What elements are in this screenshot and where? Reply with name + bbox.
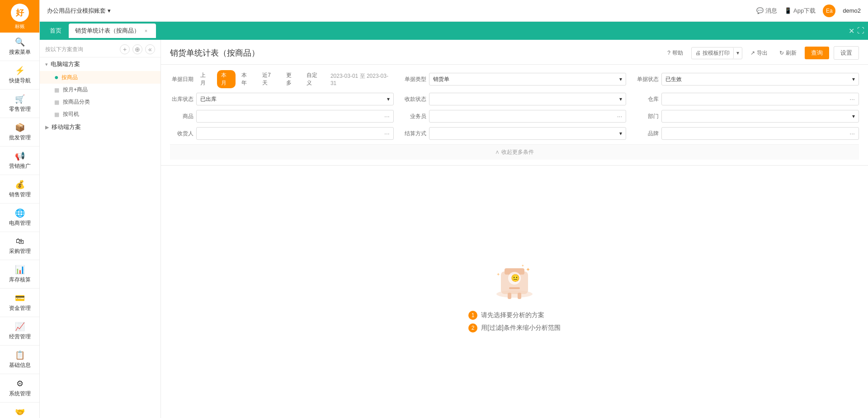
tree-group-mobile[interactable]: ▶ 移动端方案 [40,120,160,134]
page-title: 销货单统计表（按商品） [170,48,259,58]
user-name[interactable]: demo2 [843,7,861,14]
brand-dots-icon: ··· [849,130,855,137]
tree-sub-icon-1: ▦ [54,87,59,93]
collapse-bar[interactable]: ∧ 收起更多条件 [170,144,859,160]
empty-state: 😐 ✦ ✦ ✦ 1 请先选择要分析的方案 [161,166,868,418]
date-this-year-button[interactable]: 本年 [237,70,256,88]
sidebar-item-wholesale[interactable]: 📦 批发管理 [0,118,39,147]
doc-type-label: 单据类型 [403,76,426,83]
help-button[interactable]: ? 帮助 [664,48,687,59]
salesman-select[interactable]: ··· [429,110,627,123]
sidebar-item-ecommerce[interactable]: 🌐 电商管理 [0,204,39,232]
sidebar-item-purchase[interactable]: 🛍 采购管理 [0,232,39,260]
export-button[interactable]: ↗ 导出 [747,48,771,59]
right-content: 销货单统计表（按商品） ? 帮助 🖨 按模板打印 ▾ [161,40,868,418]
empty-illustration: 😐 ✦ ✦ ✦ [487,251,542,305]
chevron-down-icon-dept: ▾ [852,113,855,119]
collapse-label: ∧ 收起更多条件 [495,149,533,155]
dept-select[interactable]: ▾ [661,110,859,123]
tree-group-desktop[interactable]: ▾ 电脑端方案 [40,57,160,71]
sidebar-item-sales[interactable]: 💰 销售管理 [0,175,39,204]
window-maximize-icon[interactable]: ⛶ [857,27,864,35]
sidebar-item-finance[interactable]: 💳 资金管理 [0,289,39,317]
tabbar: 首页 销货单统计表（按商品） × ✕ ⛶ [40,22,868,40]
basic-icon: 📋 [15,350,25,360]
doc-type-select[interactable]: 销货单 ▾ [429,73,627,86]
sidebar-item-operation[interactable]: 📈 经营管理 [0,317,39,346]
app-download-button[interactable]: 📱 App下载 [784,7,816,15]
logo-area[interactable]: 好 标账 [0,0,39,33]
tree-item-label-2: 按月+商品 [63,86,88,94]
goods-select[interactable]: ··· [196,110,394,123]
search-icon: 🔍 [15,37,25,47]
collapse-panel-button[interactable]: « [145,44,155,54]
sidebar-item-inventory[interactable]: 📊 库存核算 [0,260,39,289]
download-icon: 📱 [784,7,792,14]
topbar-right: 💬 消息 📱 App下载 Ea demo2 [756,5,861,17]
page-actions: ? 帮助 🖨 按模板打印 ▾ ↗ 导出 [664,46,859,60]
enterprise-icon: 🤝 [15,407,25,417]
template-print-button[interactable]: 🖨 按模板打印 [692,48,734,59]
date-more-button[interactable]: 更多 [282,70,301,88]
industry-name: 办公用品行业模拟账套 [47,7,106,15]
date-last-month-button[interactable]: 上月 [196,70,215,88]
window-close-icon[interactable]: ✕ [849,27,854,35]
sidebar-item-search[interactable]: 🔍 搜索菜单 [0,33,39,61]
scheme-tree: ▾ 电脑端方案 ● 按商品 ▦ 按月+商品 ▦ 按商品分类 ▦ 按司 [40,57,160,134]
sidebar-item-system[interactable]: ⚙ 系统管理 [0,374,39,403]
doc-status-select[interactable]: 已生效 ▾ [661,73,859,86]
date-this-month-button[interactable]: 本月 [217,70,236,88]
collect-status-select[interactable]: ▾ [429,93,627,105]
refresh-button[interactable]: ↻ 刷新 [776,48,800,59]
tab-report-label: 销货单统计表（按商品） [75,27,140,35]
avatar[interactable]: Ea [823,5,835,17]
settle-select[interactable]: ▾ [429,127,627,140]
tab-close-icon[interactable]: × [142,27,150,34]
scheme-query-title: 按以下方案查询 [45,46,83,53]
tab-home[interactable]: 首页 [43,24,68,38]
tree-item-by-category[interactable]: ▦ 按商品分类 [40,96,160,108]
template-print-arrow-button[interactable]: ▾ [734,48,742,58]
filter-warehouse: 仓库 ··· [635,93,859,105]
date-filter: 上月 本月 本年 近7天 更多 自定义 2023-03-01 至 2023-03… [196,70,394,88]
tab-home-label: 首页 [50,27,61,35]
content-area: 按以下方案查询 + ⊕ « ▾ 电脑端方案 ● 按商品 ▦ [40,40,868,418]
warehouse-out-select[interactable]: 已出库 ▾ [196,93,394,105]
topbar-left: 办公用品行业模拟账套 ▾ [47,7,111,15]
help-icon: ? [667,50,670,56]
svg-text:✦: ✦ [521,264,524,268]
warehouse-select[interactable]: ··· [661,93,859,105]
print-icon: 🖨 [695,50,701,56]
tree-item-by-product[interactable]: ● 按商品 [40,71,160,84]
tree-item-by-printer[interactable]: ▦ 按司机 [40,108,160,120]
topbar: 办公用品行业模拟账套 ▾ 💬 消息 📱 App下载 Ea demo2 [40,0,868,22]
filter-dept: 部门 ▾ [635,110,859,123]
query-button[interactable]: 查询 [805,47,829,59]
filter-doc-status: 单据状态 已生效 ▾ [635,73,859,86]
receiver-select[interactable]: ··· [196,127,394,140]
settings-button[interactable]: 设置 [834,46,859,60]
date-7-days-button[interactable]: 近7天 [258,70,280,88]
brand-label: 品牌 [635,130,659,138]
add-scheme-button[interactable]: + [120,44,130,54]
sidebar-item-basic[interactable]: 📋 基础信息 [0,346,39,374]
industry-selector[interactable]: 办公用品行业模拟账套 ▾ [47,7,111,15]
tree-item-by-month-product[interactable]: ▦ 按月+商品 [40,84,160,96]
salesman-dots-icon: ··· [617,113,623,120]
svg-text:✦: ✦ [496,272,500,277]
tree-expand-icon: ▾ [45,62,48,67]
sidebar-item-marketing[interactable]: 📢 营销推广 [0,147,39,175]
sidebar-item-enterprise[interactable]: 🤝 企业协同 [0,403,39,418]
collect-status-label: 收款状态 [403,95,426,103]
more-dots-icon: ··· [849,95,855,103]
tab-report[interactable]: 销货单统计表（按商品） × [69,24,156,38]
date-custom-button[interactable]: 自定义 [302,70,327,88]
filter-doc-type: 单据类型 销货单 ▾ [403,73,627,86]
message-button[interactable]: 💬 消息 [756,7,777,15]
sidebar-item-retail[interactable]: 🛒 零售管理 [0,90,39,118]
refresh-scheme-button[interactable]: ⊕ [132,44,142,54]
brand-select[interactable]: ··· [661,127,859,140]
receiver-label: 收货人 [170,130,193,138]
left-panel: 按以下方案查询 + ⊕ « ▾ 电脑端方案 ● 按商品 ▦ [40,40,161,418]
sidebar-item-nav[interactable]: ⚡ 快捷导航 [0,61,39,90]
